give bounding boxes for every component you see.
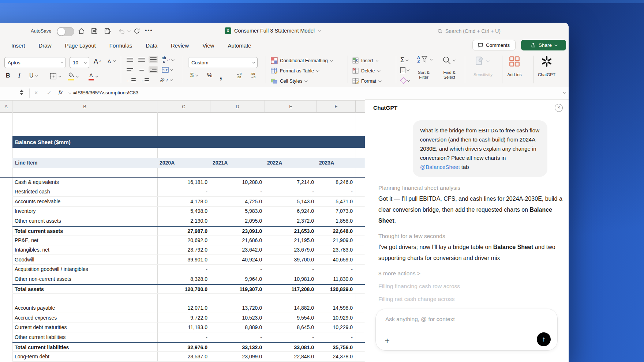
delete-cells-button[interactable]: Delete [352, 67, 379, 74]
font-size-select[interactable]: 10 [70, 57, 89, 68]
align-bottom-button[interactable] [149, 56, 158, 63]
cell-value[interactable]: 2,372.0 [297, 218, 314, 224]
sort-filter-label[interactable]: Sort & Filter [412, 70, 435, 80]
align-right-button[interactable] [149, 66, 158, 73]
cell-value[interactable]: 8,246.0 [336, 179, 353, 185]
spreadsheet-grid[interactable]: ABCDEF Balance Sheet ($mm) Line Item 202… [0, 99, 365, 362]
cell-value[interactable]: 14,882.0 [294, 305, 314, 311]
cell-value[interactable]: 117,208.0 [291, 286, 314, 292]
bold-button[interactable]: B [6, 72, 10, 79]
cell-value[interactable]: - [312, 189, 314, 195]
table-row[interactable]: Accrued expenses9,722.010,523.09,554.010… [12, 313, 365, 323]
cell-value[interactable]: 4,725.0 [245, 199, 262, 204]
align-top-button[interactable] [127, 58, 133, 62]
cell-value[interactable]: 35,756.0 [333, 344, 353, 350]
cell-value[interactable]: 7,073.0 [336, 208, 353, 214]
cell-value[interactable]: 7,214.0 [297, 179, 314, 185]
chatgpt-ribbon-icon[interactable] [540, 55, 553, 68]
cell-value[interactable]: 10,523.0 [242, 315, 262, 321]
grow-font-button[interactable]: A^ [94, 58, 101, 65]
cell-value[interactable]: 11,830.0 [333, 276, 353, 282]
cell-value[interactable]: 10,981.0 [294, 276, 314, 282]
underline-button[interactable]: U [29, 72, 37, 79]
balance-sheet-mention-link[interactable]: @BalanceSheet [420, 164, 460, 170]
table-row[interactable]: Total current liabilities32,976.033,132.… [12, 342, 365, 352]
tab-automate[interactable]: Automate [227, 41, 252, 50]
insert-function-icon[interactable]: fx [59, 89, 63, 95]
cell-value[interactable]: 10,288.0 [242, 179, 262, 185]
italic-button[interactable]: I [18, 72, 20, 79]
cell-value[interactable]: 23,642.0 [242, 247, 262, 253]
wrap-text-button[interactable]: ab c↩ [162, 56, 173, 64]
decrease-decimal-button[interactable]: ←0 .00 [236, 72, 242, 79]
name-box-spinner[interactable] [20, 90, 23, 95]
decrease-indent-button[interactable]: ← [127, 78, 136, 82]
increase-decimal-button[interactable]: .00 →0 [250, 72, 255, 79]
cell-value[interactable]: - [351, 266, 353, 272]
table-row[interactable]: Acquisition goodwill / intangibles---- [12, 265, 365, 275]
table-row[interactable]: Total assets120,700.0119,307.0117,208.01… [12, 284, 365, 294]
tab-insert[interactable]: Insert [11, 41, 26, 50]
align-middle-button[interactable] [138, 58, 145, 62]
table-row[interactable]: Goodwill39,901.040,924.039,700.040,659.0 [12, 255, 365, 265]
align-left-button[interactable] [127, 68, 133, 72]
cell-value[interactable]: 21,686.0 [242, 237, 262, 243]
cell-value[interactable]: 23,679.0 [294, 247, 314, 253]
cell-value[interactable]: 21,653.0 [294, 228, 314, 234]
fill-button[interactable]: ↓ [400, 67, 409, 73]
cell-value[interactable]: 22,848.0 [294, 354, 314, 359]
cell-value[interactable]: - [206, 266, 207, 272]
autosave-toggle[interactable] [57, 27, 74, 36]
cell-value[interactable]: 12,071.0 [188, 305, 208, 311]
cell-value[interactable]: 21,195.0 [294, 237, 314, 243]
chatgpt-ribbon-label[interactable]: ChatGPT [536, 72, 558, 77]
cell-value[interactable]: - [206, 189, 207, 195]
sheet-header-row[interactable]: Line Item 2020A 2021A 2022A 2023A [12, 158, 365, 168]
attach-plus-button[interactable]: + [385, 336, 390, 346]
cell-value[interactable]: 21,909.0 [333, 237, 353, 243]
cell-value[interactable]: 40,924.0 [242, 257, 262, 263]
table-row[interactable]: Accounts payable12,071.013,720.014,882.0… [12, 303, 365, 313]
cell-value[interactable]: 9,554.0 [297, 315, 314, 321]
table-row[interactable]: Inventory5,498.05,983.06,924.07,073.0 [12, 207, 365, 216]
cell-value[interactable]: - [260, 189, 262, 195]
comments-button[interactable]: Comments [472, 40, 516, 50]
cell-value[interactable]: 23,099.0 [242, 354, 262, 359]
insert-cells-button[interactable]: Insert [352, 57, 378, 64]
tab-draw[interactable]: Draw [38, 41, 52, 50]
cell-value[interactable]: 5,143.0 [297, 199, 314, 204]
cell-value[interactable]: 120,829.0 [330, 286, 353, 292]
clear-button[interactable] [401, 78, 409, 83]
sheet-title-row[interactable]: Balance Sheet ($mm) [12, 136, 365, 148]
cell-value[interactable]: 2,095.0 [245, 218, 262, 224]
send-button[interactable]: ↑ [537, 332, 551, 346]
cell-value[interactable]: 16,181.0 [188, 179, 208, 185]
chat-input-box[interactable]: Ask anything, @ for context + ↑ [375, 309, 558, 351]
column-header-A[interactable]: A [0, 101, 12, 112]
table-row[interactable]: Cash & equivalents16,181.010,288.07,214.… [12, 177, 365, 187]
percent-button[interactable]: % [207, 72, 212, 79]
cell-value[interactable]: - [312, 266, 314, 272]
currency-button[interactable]: $ [190, 72, 197, 79]
more-actions-link[interactable]: 8 more actions > [378, 270, 420, 277]
formula-bar-expand-chevron[interactable] [563, 90, 566, 93]
cell-value[interactable]: 5,498.0 [190, 208, 207, 214]
cell-value[interactable]: 4,178.0 [190, 199, 207, 204]
cell-value[interactable]: 32,976.0 [188, 344, 208, 350]
cell-value[interactable]: 119,307.0 [239, 286, 262, 292]
cell-value[interactable]: 22,648.0 [333, 228, 353, 234]
cell-styles-button[interactable]: Cell Styles [271, 78, 307, 84]
share-button[interactable]: Share [521, 40, 566, 50]
table-row[interactable]: Current debt maturities11,183.08,889.08,… [12, 323, 365, 333]
more-commands-icon[interactable]: ••• [145, 27, 153, 33]
close-panel-icon[interactable]: × [555, 104, 563, 112]
cell-value[interactable]: 11,183.0 [188, 324, 207, 330]
fill-color-button[interactable] [68, 72, 78, 80]
column-header-E[interactable]: E [265, 101, 317, 112]
font-color-button[interactable]: A [89, 72, 97, 80]
save-icon[interactable] [91, 27, 99, 35]
table-row[interactable]: Total current assets27,987.023,091.021,6… [12, 226, 365, 236]
column-header-F[interactable]: F [317, 101, 356, 112]
search-field[interactable]: Search (Cmd + Ctrl + U) [437, 28, 501, 34]
cell-value[interactable]: 23,792.0 [188, 247, 208, 253]
